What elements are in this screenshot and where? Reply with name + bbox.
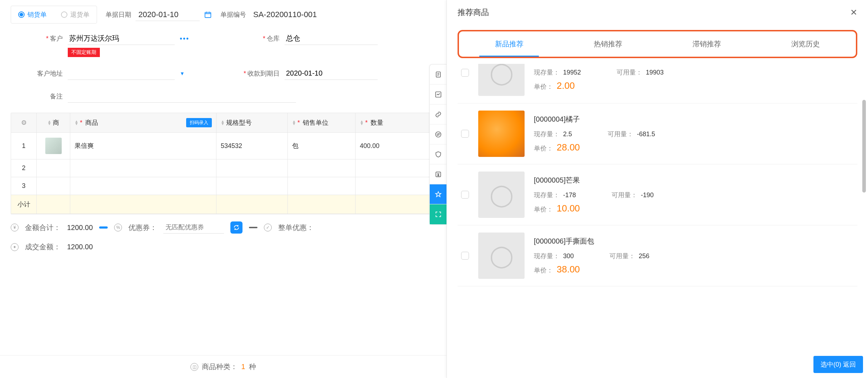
checkbox[interactable] — [461, 130, 469, 138]
due-date-input[interactable] — [285, 67, 378, 80]
remark-input[interactable] — [68, 90, 296, 103]
scrollbar[interactable] — [862, 71, 866, 342]
scrollbar-thumb[interactable] — [862, 100, 866, 193]
line-items-grid: ⚙ ▲▼商 ▲▼*商品扫码录入 ▲▼规格型号 ▲▼*销售单位 ▲▼*数量 1 果… — [11, 113, 436, 214]
tab-return-order[interactable]: 退货单 — [54, 6, 97, 23]
svg-point-3 — [436, 132, 441, 137]
main-form-area: 销货单 退货单 单据日期 2020-01-10 单据编号 SA-20200110… — [0, 0, 446, 378]
dash-icon — [249, 227, 257, 228]
recommend-list[interactable]: ◯ 250ml 现存量：19952 可用量：19903 单价：2.00 [000… — [458, 64, 857, 335]
doc-type-tabs: 销货单 退货单 — [11, 6, 97, 24]
warehouse-field: *仓库 — [240, 32, 436, 45]
table-row[interactable]: 3 — [11, 177, 435, 195]
customer-field: *客户 ••• — [24, 32, 219, 45]
dash-icon — [99, 226, 108, 229]
warehouse-input[interactable] — [285, 32, 378, 45]
form-section: *客户 ••• 不固定账期 *仓库 客户地址 ▼ *收款到期日 — [24, 32, 436, 103]
grid-header: ⚙ ▲▼商 ▲▼*商品扫码录入 ▲▼规格型号 ▲▼*销售单位 ▲▼*数量 — [11, 113, 435, 133]
label: 单据编号 — [220, 10, 246, 19]
address-input[interactable] — [68, 67, 175, 80]
tool-yen-icon[interactable] — [430, 164, 447, 184]
radio-icon — [18, 11, 25, 18]
subtotal-row: 小计 — [11, 195, 435, 214]
col-unit[interactable]: ▲▼*销售单位 — [288, 113, 356, 132]
discount-icon: ✓ — [264, 224, 272, 231]
tool-swap-icon[interactable] — [430, 124, 447, 144]
table-row[interactable]: 1 果倍爽 534532 包 400.00 — [11, 133, 435, 159]
tab-label: 销货单 — [27, 10, 47, 19]
refresh-button[interactable] — [230, 221, 242, 234]
panel-header: 推荐商品 ✕ — [447, 0, 868, 25]
recommend-panel: 推荐商品 ✕ 新品推荐 热销推荐 滞销推荐 浏览历史 ◯ 250ml 现存量：1… — [446, 0, 868, 378]
tab-new-recommend[interactable]: 新品推荐 — [460, 32, 558, 56]
address-field: 客户地址 ▼ — [24, 67, 219, 80]
recommend-tabs: 新品推荐 热销推荐 滞销推荐 浏览历史 — [460, 32, 855, 56]
close-icon[interactable]: ✕ — [850, 7, 857, 17]
tool-expand-icon[interactable] — [430, 204, 447, 224]
radio-icon — [61, 11, 67, 18]
panel-title: 推荐商品 — [458, 7, 489, 18]
col-qty[interactable]: ▲▼*数量 — [356, 113, 398, 132]
account-period-badge: 不固定账期 — [68, 48, 100, 57]
doc-no-value: SA-20200110-001 — [250, 9, 320, 21]
checkbox[interactable] — [461, 191, 469, 199]
deal-icon: ✦ — [11, 243, 19, 251]
list-item[interactable]: ◯ [0000005]芒果 现存量：-178 可用量：-190 单价：10.00 — [458, 164, 857, 225]
checkbox[interactable] — [461, 252, 469, 260]
tool-chart-icon[interactable] — [430, 85, 447, 104]
chevron-down-icon[interactable]: ▼ — [180, 71, 185, 76]
tab-label: 退货单 — [70, 10, 90, 19]
tool-star-icon[interactable] — [430, 184, 447, 204]
tab-browse-history[interactable]: 浏览历史 — [756, 32, 855, 56]
col-spec[interactable]: ▲▼规格型号 — [216, 113, 288, 132]
col-product[interactable]: ▲▼*商品扫码录入 — [70, 113, 216, 132]
coupon-input[interactable] — [163, 221, 224, 234]
checkbox[interactable] — [461, 69, 469, 77]
tool-link-icon[interactable] — [430, 104, 447, 124]
summary-bar: ¥ 金额合计： 1200.00 % 优惠券： ✓ 整单优惠： — [11, 221, 436, 234]
doc-date-input[interactable]: 2020-01-10 — [136, 9, 200, 21]
tool-doc-icon[interactable] — [430, 65, 447, 85]
yen-icon: ¥ — [11, 224, 19, 231]
product-thumb: ◯ — [478, 172, 525, 218]
remark-field: 备注 — [24, 90, 296, 103]
list-item[interactable]: ◯ [0000006]手撕面包 现存量：300 可用量：256 单价：38.00 — [458, 225, 857, 286]
list-item[interactable]: [0000004]橘子 现存量：2.5 可用量：-681.5 单价：28.00 — [458, 103, 857, 164]
side-toolbar — [429, 64, 446, 225]
recommend-tabs-highlight: 新品推荐 热销推荐 滞销推荐 浏览历史 — [458, 30, 857, 58]
doc-date-field: 单据日期 2020-01-10 — [106, 9, 212, 21]
svg-rect-0 — [205, 12, 211, 18]
tab-slow-recommend[interactable]: 滞销推荐 — [658, 32, 756, 56]
col-img[interactable]: ▲▼商 — [37, 113, 70, 132]
panel-footer: 选中(0) 返回 — [813, 356, 863, 373]
list-item[interactable]: ◯ 250ml 现存量：19952 可用量：19903 单价：2.00 — [458, 64, 857, 103]
cube-icon: ◫ — [190, 363, 198, 371]
tab-sale-order[interactable]: 销货单 — [11, 6, 54, 23]
top-row: 销货单 退货单 单据日期 2020-01-10 单据编号 SA-20200110… — [11, 6, 436, 24]
tab-hot-recommend[interactable]: 热销推荐 — [558, 32, 657, 56]
gear-icon[interactable]: ⚙ — [21, 119, 27, 127]
deal-amount-row: ✦ 成交金额： 1200.00 — [11, 242, 436, 252]
tool-shield-icon[interactable] — [430, 144, 447, 164]
footer-bar: ◫ 商品种类： 1 种 — [0, 355, 446, 378]
product-thumb — [45, 138, 62, 154]
product-thumb: ◯ — [478, 233, 525, 279]
select-return-button[interactable]: 选中(0) 返回 — [813, 356, 863, 373]
due-date-field: *收款到期日 — [240, 67, 436, 80]
label: 单据日期 — [106, 10, 131, 19]
calendar-icon[interactable] — [204, 11, 212, 19]
product-thumb: ◯ — [478, 64, 525, 96]
customer-input[interactable] — [68, 32, 175, 45]
scan-entry-button[interactable]: 扫码录入 — [186, 118, 212, 127]
doc-no-field: 单据编号 SA-20200110-001 — [220, 9, 320, 21]
table-row[interactable]: 2 — [11, 159, 435, 177]
more-dots-icon[interactable]: ••• — [180, 35, 189, 43]
product-thumb — [478, 111, 525, 157]
coupon-icon: % — [114, 224, 122, 231]
